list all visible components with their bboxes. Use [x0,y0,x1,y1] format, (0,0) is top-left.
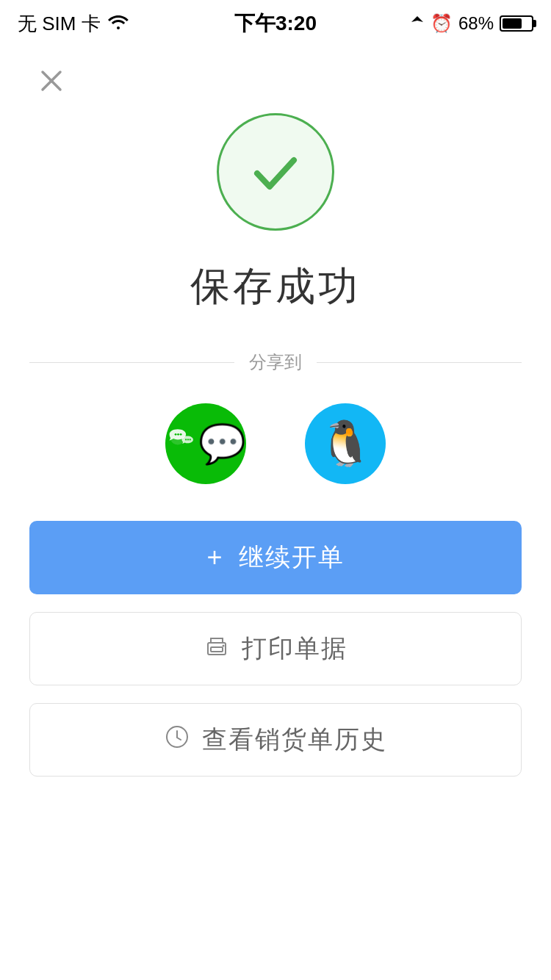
history-label: 查看销货单历史 [202,723,387,757]
svg-point-12 [223,645,225,647]
wifi-icon [108,13,129,34]
divider-right [317,362,522,363]
svg-point-8 [187,439,189,440]
success-icon-container [217,113,334,231]
close-button[interactable] [29,59,73,103]
print-label: 打印单据 [242,632,347,666]
alarm-icon: ⏰ [431,13,453,34]
clock-icon [164,724,190,756]
qq-share-button[interactable]: 🐧 [305,403,386,484]
wechat-share-button[interactable]: 💬 [165,403,246,484]
status-left: 无 SIM 卡 [18,11,129,37]
status-time: 下午3:20 [234,10,317,37]
main-content: 保存成功 分享到 [0,47,551,777]
divider-left [29,362,234,363]
plus-icon: + [206,542,223,573]
battery-fill [503,18,522,29]
continue-label: 继续开单 [239,541,345,574]
share-buttons: 💬 🐧 [165,403,386,484]
print-button[interactable]: 打印单据 [29,612,522,685]
location-icon [410,13,425,34]
sim-status: 无 SIM 卡 [18,11,101,37]
checkmark-icon [246,143,305,201]
continue-button[interactable]: + 继续开单 [29,521,522,594]
status-right: ⏰ 68% [410,13,533,34]
wechat-icon [165,423,198,464]
share-label: 分享到 [234,350,317,374]
action-buttons: + 继续开单 打印单据 查看销货单历史 [29,521,522,777]
status-bar: 无 SIM 卡 下午3:20 ⏰ 68% [0,0,551,47]
share-section: 分享到 [0,350,551,484]
success-title: 保存成功 [190,260,361,314]
svg-point-9 [190,439,191,440]
battery-icon [500,15,533,32]
battery-percent: 68% [458,13,494,34]
close-icon [38,68,65,94]
svg-rect-11 [211,647,223,652]
history-button[interactable]: 查看销货单历史 [29,703,522,777]
share-divider-row: 分享到 [0,350,551,374]
print-icon [204,633,230,665]
